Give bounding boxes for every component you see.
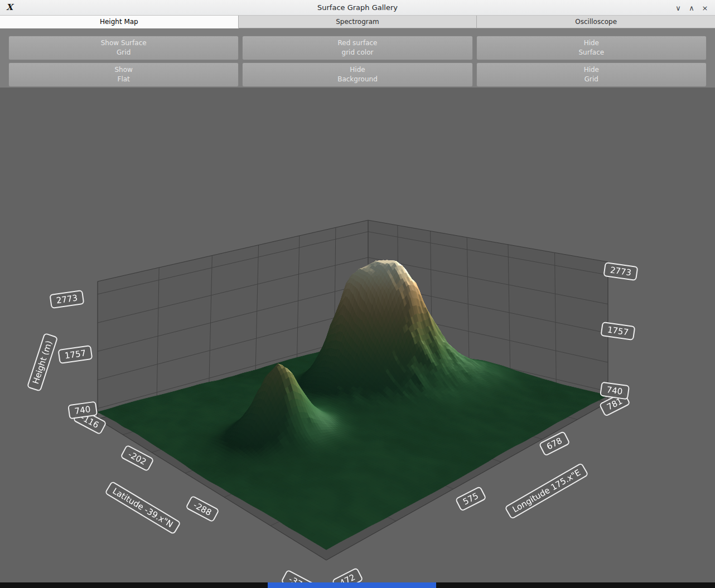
button-label-line: Hide (584, 65, 599, 75)
minimize-button[interactable]: ∨ (671, 1, 685, 14)
button-label-line: Background (337, 75, 378, 84)
surface-graph-area: -116-202-288-374472575678781740740175717… (0, 88, 715, 582)
button-label-line: Hide (350, 65, 365, 75)
hide-surface-button[interactable]: Hide Surface (476, 36, 707, 60)
button-label-line: Show Surface (101, 38, 147, 48)
show-flat-button[interactable]: Show Flat (8, 62, 239, 87)
taskbar-active-task[interactable] (268, 582, 436, 588)
button-label-line: Flat (118, 75, 130, 84)
close-button[interactable]: × (698, 1, 712, 14)
window-titlebar[interactable]: X Surface Graph Gallery ∨ ∧ × (0, 0, 715, 16)
window-controls: ∨ ∧ × (671, 0, 712, 16)
hide-grid-button[interactable]: Hide Grid (476, 62, 707, 87)
surface-3d-plot[interactable] (0, 88, 715, 582)
app-window: X Surface Graph Gallery ∨ ∧ × Height Map… (0, 0, 715, 588)
button-label-line: grid color (342, 48, 374, 57)
app-icon: X (5, 3, 14, 12)
controls-pane: Show Surface Grid Red surface grid color… (0, 28, 715, 88)
maximize-button[interactable]: ∧ (685, 1, 698, 14)
button-label-line: Hide (584, 38, 599, 48)
button-label-line: Grid (584, 75, 598, 84)
tab-oscilloscope[interactable]: Oscilloscope (477, 16, 715, 28)
button-label-line: Grid (117, 48, 131, 57)
taskbar-strip (0, 582, 715, 588)
window-title: Surface Graph Gallery (0, 3, 715, 12)
button-label-line: Red surface (338, 38, 378, 48)
tab-spectrogram[interactable]: Spectrogram (239, 16, 477, 28)
surface-grid-color-button[interactable]: Red surface grid color (242, 36, 472, 60)
tab-bar: Height Map Spectrogram Oscilloscope (0, 16, 715, 28)
tab-height-map[interactable]: Height Map (0, 16, 239, 28)
button-label-line: Surface (578, 48, 604, 57)
button-label-line: Show (114, 65, 132, 75)
show-surface-grid-button[interactable]: Show Surface Grid (8, 36, 239, 60)
hide-background-button[interactable]: Hide Background (242, 62, 472, 87)
